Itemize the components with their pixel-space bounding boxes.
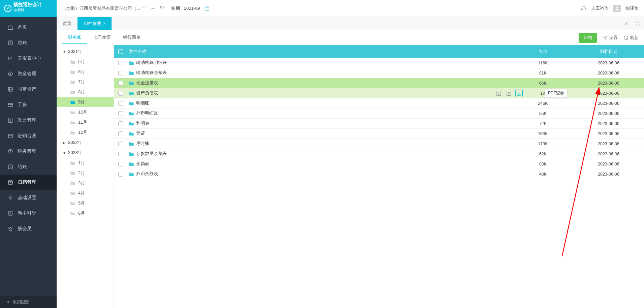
table-row[interactable]: 存货数量余额表 62K 2023-06-06	[114, 149, 644, 159]
tree-month[interactable]: 3月	[57, 178, 114, 188]
row-checkbox[interactable]	[118, 131, 123, 136]
folder-icon	[70, 191, 75, 195]
month-label: 1月	[78, 160, 85, 166]
tree-month[interactable]: 5月	[57, 57, 114, 67]
tree-month[interactable]: 6月	[57, 67, 114, 77]
pdf-download-icon[interactable]	[505, 90, 513, 97]
nav-item-member[interactable]: 畅会员	[0, 221, 57, 237]
nav-item-tax[interactable]: 税务管理	[0, 144, 57, 159]
table-row[interactable]: 外币余额表 48K 2023-06-06	[114, 169, 644, 179]
tree-month[interactable]: 10月	[57, 107, 114, 117]
table-row[interactable]: 辅助核算余额表 81K 2023-06-06	[114, 68, 644, 78]
page-tab[interactable]: 归档管理×	[78, 17, 112, 30]
nav-item-home[interactable]: 首页	[0, 20, 57, 35]
tree-year[interactable]: ▶2022年	[57, 137, 114, 148]
folder-icon	[70, 120, 75, 125]
nav-item-report[interactable]: 云报表中心	[0, 51, 57, 66]
calendar-icon[interactable]	[204, 6, 210, 11]
table-row[interactable]: 利润表 72K 2023-06-06	[114, 119, 644, 129]
brand-title: 畅捷通好会计	[13, 2, 42, 8]
table-row[interactable]: 现金流量表 66K 2023-06-06	[114, 78, 644, 88]
tree-year[interactable]: ▼2021年	[57, 47, 114, 57]
tree-month[interactable]: 1月	[57, 158, 114, 168]
tree-year[interactable]: ▼2023年	[57, 148, 114, 158]
nav-label: 固定资产	[18, 86, 36, 92]
table-row[interactable]: 资产负债表 PDF查看 1K 2023-06-06	[114, 88, 644, 98]
close-tab-button[interactable]	[620, 17, 632, 30]
table-row[interactable]: 序时账 113K 2023-06-06	[114, 139, 644, 149]
unpin-button[interactable]: ⇤ 取消固定	[0, 296, 57, 308]
table-row[interactable]: 余额表 83K 2023-06-06	[114, 159, 644, 169]
page-tab[interactable]: 首页	[57, 17, 78, 30]
folder-icon	[70, 80, 75, 84]
svg-point-16	[605, 37, 606, 38]
subtab[interactable]: 财务账	[62, 31, 87, 44]
excel-download-icon[interactable]	[495, 90, 502, 97]
nav-item-asset[interactable]: 固定资产	[0, 82, 57, 97]
file-icon	[129, 101, 134, 106]
table-row[interactable]: 凭证 163K 2023-06-06	[114, 129, 644, 139]
row-checkbox[interactable]	[118, 111, 123, 116]
fullscreen-button[interactable]	[632, 17, 644, 30]
period-value[interactable]: 2021-09	[184, 6, 200, 11]
svg-rect-7	[8, 165, 12, 169]
nav-item-salary[interactable]: 工资	[0, 97, 57, 113]
row-checkbox[interactable]	[118, 81, 123, 86]
company-selector[interactable]: （勿删）江西服宝精品有限责任公司（... ﹀	[62, 5, 146, 11]
consult-link[interactable]: 人工咨询	[591, 5, 609, 11]
tree-month[interactable]: 8月	[57, 87, 114, 97]
file-name: 利润表	[136, 121, 149, 126]
row-checkbox[interactable]	[118, 91, 123, 96]
file-size: 72K	[513, 121, 573, 126]
nav-item-settings[interactable]: 基础设置	[0, 190, 57, 206]
archive-button[interactable]: 归档	[579, 33, 597, 43]
gear-icon[interactable]	[160, 6, 165, 11]
username[interactable]: 徐泽华	[625, 5, 639, 11]
table-row[interactable]: 明细账 246K 2023-06-06	[114, 98, 644, 109]
settings-link[interactable]: 设置	[603, 35, 618, 41]
nav-item-close[interactable]: 结账	[0, 159, 57, 175]
row-checkbox[interactable]	[118, 162, 123, 166]
tree-month[interactable]: 7月	[57, 77, 114, 87]
refresh-link[interactable]: 刷新	[624, 35, 639, 41]
select-all-checkbox[interactable]	[118, 49, 123, 54]
nav-item-guide[interactable]: 新手引导	[0, 206, 57, 221]
pdf-view-icon[interactable]	[515, 90, 523, 97]
subtab[interactable]: 银行回单	[117, 31, 147, 44]
table-row[interactable]: 辅助核算明细账 116K 2023-06-06	[114, 58, 644, 68]
tree-month[interactable]: 4月	[57, 188, 114, 198]
file-date: 2023-06-06	[573, 81, 644, 86]
avatar-icon[interactable]	[613, 5, 621, 12]
report-icon	[7, 55, 13, 61]
tree-month[interactable]: 9月	[57, 97, 114, 107]
headset-icon[interactable]	[581, 6, 586, 11]
nav-item-invoice[interactable]: 发票管理	[0, 113, 57, 128]
tree-month[interactable]: 6月	[57, 208, 114, 218]
salary-icon	[7, 102, 13, 108]
row-checkbox[interactable]	[118, 121, 123, 126]
row-checkbox[interactable]	[118, 152, 123, 156]
tree-month[interactable]: 2月	[57, 168, 114, 178]
subtab[interactable]: 电子发票	[87, 31, 117, 44]
row-checkbox[interactable]	[118, 61, 123, 65]
table-row[interactable]: 外币明细账 55K 2023-06-06	[114, 109, 644, 119]
tree-month[interactable]: 5月	[57, 198, 114, 208]
unpin-label: 取消固定	[13, 299, 29, 305]
nav-item-psi[interactable]: 进销台账	[0, 128, 57, 144]
row-checkbox[interactable]	[118, 142, 123, 146]
file-grid: 文件名称 大小 归档日期 辅助核算明细账 116K 2023-06-06 辅助核…	[114, 45, 644, 308]
row-checkbox[interactable]	[118, 101, 123, 106]
psi-icon	[7, 133, 13, 139]
tree-month[interactable]: 12月	[57, 127, 114, 137]
tree-month[interactable]: 11月	[57, 117, 114, 127]
nav-item-funds[interactable]: 资金管理	[0, 66, 57, 82]
nav-item-ledger[interactable]: 总账	[0, 35, 57, 51]
company-name: （勿删）江西服宝精品有限责任公司（...	[62, 5, 140, 11]
row-checkbox[interactable]	[118, 71, 123, 75]
invoice-icon	[7, 117, 13, 123]
nav-item-archive[interactable]: 归档管理	[0, 175, 57, 190]
row-checkbox[interactable]	[118, 172, 123, 177]
file-date: 2023-06-06	[573, 172, 644, 177]
close-icon[interactable]: ×	[103, 21, 105, 26]
plus-icon[interactable]	[150, 6, 156, 11]
